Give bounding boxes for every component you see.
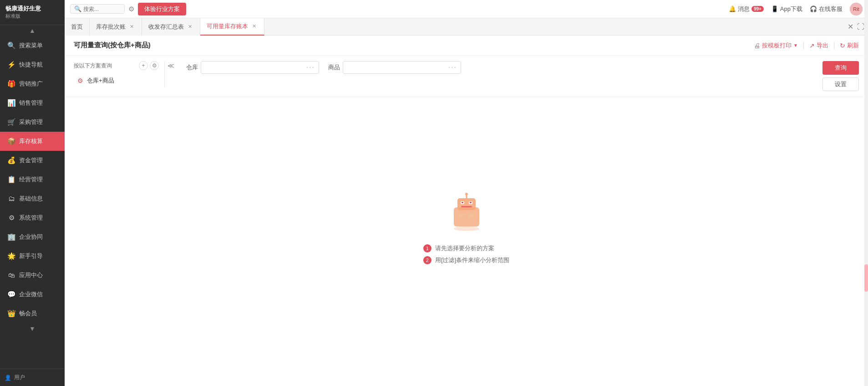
divider2 (834, 42, 834, 49)
sidebar-wechat-label: 企业微信 (19, 290, 43, 299)
print-btn[interactable]: 🖨 按模板打印 ▼ (754, 41, 798, 50)
scheme-item-label: 仓库+商品 (87, 77, 114, 85)
sidebar-user-label: 用户 (14, 374, 25, 381)
warehouse-label: 仓库 (186, 63, 198, 72)
main-area: 🔍 ⚙ 体验行业方案 🔔 消息 99+ 📱 App下载 🎧 在线客服 Rit (65, 0, 868, 386)
close-window-icon[interactable]: ✕ (848, 22, 853, 31)
tab-batch-ledger-label: 库存批次账 (96, 23, 126, 31)
sidebar-enterprise-icon: 🏢 (7, 233, 15, 241)
tab-recv-summary-close[interactable]: ✕ (187, 23, 193, 30)
sidebar-newbie-icon: 🌟 (7, 252, 15, 260)
tabs-bar: 首页库存批次账✕收发存汇总表✕可用量库存账本✕ ✕ ⛶ (65, 18, 868, 36)
right-scrollbar (864, 0, 868, 386)
tip-text-2: 用[过滤]条件来缩小分析范围 (435, 256, 509, 264)
sidebar-member-label: 畅会员 (19, 309, 37, 318)
service-icon: 🎧 (810, 5, 817, 12)
sidebar-finance-icon: 💰 (7, 156, 15, 165)
tab-home[interactable]: 首页 (65, 18, 90, 36)
warehouse-input[interactable] (205, 64, 305, 71)
empty-state: 1 请先选择要分析的方案 2 用[过滤]条件来缩小分析范围 (65, 97, 868, 386)
tab-batch-ledger-close[interactable]: ✕ (128, 23, 135, 30)
scheme-settings-btn[interactable]: ⚙ (150, 61, 159, 70)
sidebar-item-shortcut[interactable]: ⚡ 快捷导航 (0, 55, 65, 74)
sidebar-purchase-label: 采购管理 (19, 118, 43, 126)
query-btn[interactable]: 查询 (822, 61, 859, 75)
dropdown-arrow-icon: ▼ (793, 43, 798, 48)
product-label: 商品 (328, 63, 340, 72)
sidebar-shortcut-icon: ⚡ (7, 61, 15, 69)
sidebar-item-newbie[interactable]: 🌟 新手引导 (0, 247, 65, 266)
download-icon: 📱 (771, 5, 778, 12)
scroll-up-btn[interactable]: ▲ (0, 25, 65, 36)
warehouse-more-btn[interactable]: ··· (306, 63, 315, 72)
user-icon: 👤 (5, 375, 11, 381)
sidebar-shortcut-label: 快捷导航 (19, 61, 43, 69)
export-btn[interactable]: ↗ 导出 (809, 41, 828, 50)
app-download-btn[interactable]: 📱 App下载 (771, 5, 802, 13)
sidebar-enterprise-label: 企业协同 (19, 233, 43, 241)
notification-btn[interactable]: 🔔 消息 99+ (729, 5, 764, 13)
trial-btn[interactable]: 体验行业方案 (138, 3, 186, 15)
sidebar-purchase-icon: 🛒 (7, 118, 15, 126)
filter-settings-btn[interactable]: 设置 (822, 77, 859, 91)
sidebar-item-inventory[interactable]: 📦 库存核算 (0, 132, 65, 151)
search-icon: 🔍 (74, 5, 81, 12)
filter-area: 按以下方案查询 + ⚙ ⚙ 仓库+商品 ≪ 仓库 (65, 56, 868, 97)
sidebar-item-marketing[interactable]: 🎁 营销推广 (0, 74, 65, 93)
topbar-search-input[interactable] (83, 6, 120, 12)
refresh-btn[interactable]: ↻ 刷新 (840, 41, 859, 50)
tip-num-1: 1 (423, 244, 431, 252)
maximize-window-icon[interactable]: ⛶ (857, 23, 864, 31)
sidebar-finance-label: 资金管理 (19, 156, 43, 165)
settings-icon[interactable]: ⚙ (128, 5, 134, 13)
svg-rect-0 (454, 207, 479, 226)
empty-tip-2: 2 用[过滤]条件来缩小分析范围 (423, 256, 509, 264)
svg-rect-1 (457, 198, 476, 210)
tab-batch-ledger[interactable]: 库存批次账✕ (90, 18, 142, 36)
add-scheme-btn[interactable]: + (139, 61, 148, 70)
topbar-right: 🔔 消息 99+ 📱 App下载 🎧 在线客服 Rit (729, 3, 863, 15)
product-more-btn[interactable]: ··· (448, 63, 457, 72)
sidebar-item-basic[interactable]: 🗂 基础信息 (0, 189, 65, 208)
tab-available-ledger-close[interactable]: ✕ (251, 23, 258, 30)
svg-rect-6 (461, 206, 472, 207)
sidebar-appstore-label: 应用中心 (19, 271, 43, 279)
sidebar-item-finance[interactable]: 💰 资金管理 (0, 151, 65, 170)
service-label: 在线客服 (819, 5, 843, 13)
warehouse-input-box[interactable]: ··· (201, 61, 319, 74)
sidebar-newbie-label: 新手引导 (19, 252, 43, 260)
svg-rect-7 (458, 213, 466, 218)
export-icon: ↗ (809, 42, 815, 49)
sidebar-item-sales[interactable]: 📊 销售管理 (0, 93, 65, 113)
scroll-down-btn[interactable]: ▼ (0, 323, 65, 334)
sidebar-item-search[interactable]: 🔍 搜索菜单 (0, 36, 65, 55)
page-header: 可用量查询(按仓库+商品) 🖨 按模板打印 ▼ ↗ 导出 ↻ 刷新 (65, 36, 868, 56)
empty-illustration (444, 191, 489, 237)
tab-recv-summary[interactable]: 收发存汇总表✕ (142, 18, 200, 36)
bell-icon: 🔔 (729, 5, 736, 12)
sidebar-item-operations[interactable]: 📋 经营管理 (0, 170, 65, 189)
sidebar-item-enterprise[interactable]: 🏢 企业协同 (0, 227, 65, 247)
svg-rect-4 (462, 202, 463, 203)
sidebar-item-purchase[interactable]: 🛒 采购管理 (0, 113, 65, 132)
sidebar-item-appstore[interactable]: 🛍 应用中心 (0, 266, 65, 285)
product-input[interactable] (347, 64, 447, 71)
svg-point-11 (465, 193, 468, 196)
tab-available-ledger[interactable]: 可用量库存账本✕ (200, 18, 264, 36)
sidebar-item-wechat[interactable]: 💬 企业微信 (0, 285, 65, 304)
topbar-search-box[interactable]: 🔍 (70, 4, 125, 14)
scheme-item-warehouse-product[interactable]: ⚙ 仓库+商品 (74, 74, 159, 87)
online-service-btn[interactable]: 🎧 在线客服 (810, 5, 843, 13)
sidebar-item-member[interactable]: 👑 畅会员 (0, 304, 65, 323)
sidebar-sales-label: 销售管理 (19, 99, 43, 107)
right-scrollbar-thumb (864, 264, 868, 292)
download-label: App下载 (780, 5, 802, 13)
filter-field-product: 商品 ··· (328, 61, 461, 74)
avatar[interactable]: Rit (850, 3, 863, 15)
topbar: 🔍 ⚙ 体验行业方案 🔔 消息 99+ 📱 App下载 🎧 在线客服 Rit (65, 0, 868, 18)
sidebar-item-system[interactable]: ⚙ 系统管理 (0, 208, 65, 227)
collapse-panel-btn[interactable]: ≪ (165, 62, 177, 69)
sidebar-basic-icon: 🗂 (7, 195, 15, 202)
filter-fields: 仓库 ··· 商品 ··· (177, 61, 822, 74)
product-input-box[interactable]: ··· (343, 61, 461, 74)
